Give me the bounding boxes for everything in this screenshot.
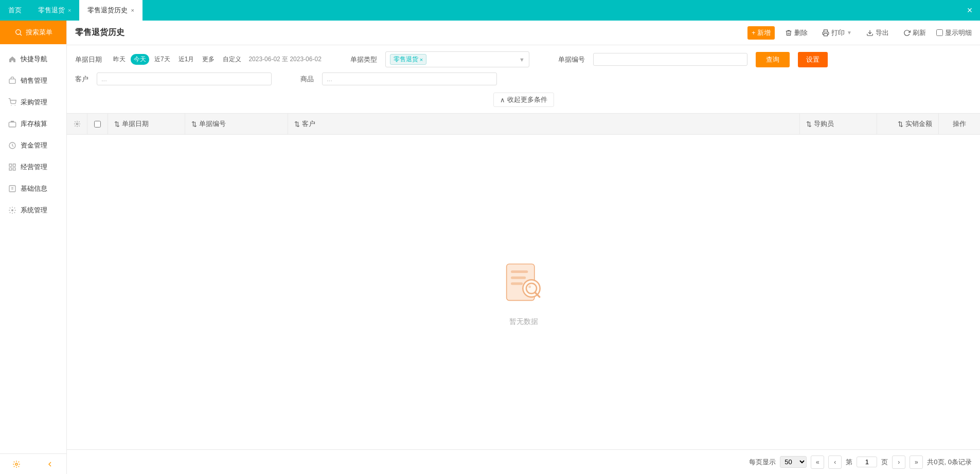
page-input[interactable]	[857, 457, 877, 467]
customer-select[interactable]: ...	[97, 72, 272, 85]
last-page-button[interactable]: »	[910, 455, 923, 469]
table-header: ⇅ 单据日期 ⇅ 单据编号 ⇅ 客户 ⇅ 导购员 ⇅ 实销金额	[67, 114, 980, 135]
delete-icon	[785, 29, 792, 37]
export-button[interactable]: 导出	[862, 26, 893, 40]
select-all-checkbox[interactable]	[94, 121, 101, 127]
th-amount[interactable]: ⇅ 实销金额	[877, 114, 939, 134]
svg-rect-17	[511, 277, 526, 279]
tab-list: 首页 零售退货 × 零售退货历史 ×	[0, 0, 959, 21]
sort-icon-guide: ⇅	[806, 120, 812, 128]
empty-state: 暂无数据	[67, 135, 980, 449]
th-guide[interactable]: ⇅ 导购员	[800, 114, 877, 134]
show-detail-checkbox[interactable]: 显示明细	[936, 28, 972, 38]
add-button[interactable]: + 新增	[747, 26, 775, 40]
sidebar-collapse-button[interactable]	[33, 454, 67, 474]
first-page-button[interactable]: «	[811, 455, 824, 469]
svg-point-22	[528, 285, 531, 288]
tab-retail-return-history[interactable]: 零售退货历史 ×	[79, 0, 142, 21]
th-customer[interactable]: ⇅ 客户	[288, 114, 800, 134]
print-icon	[822, 29, 829, 37]
settings-button[interactable]: 设置	[798, 52, 828, 67]
sidebar-settings-button[interactable]	[0, 454, 33, 474]
tab-retail-return-history-close[interactable]: ×	[131, 7, 134, 13]
filter-area: 单据日期 昨天 今天 近7天 近1月 更多 自定义 2023-06-02 至 2…	[67, 45, 980, 114]
sidebar-item-finance[interactable]: 资金管理	[0, 135, 66, 156]
th-settings[interactable]	[67, 114, 87, 134]
table-area: ⇅ 单据日期 ⇅ 单据编号 ⇅ 客户 ⇅ 导购员 ⇅ 实销金额	[67, 114, 980, 449]
sidebar-item-basic-info[interactable]: 基础信息	[0, 178, 66, 199]
gear-icon	[12, 460, 21, 468]
purchase-icon	[8, 98, 16, 106]
sidebar-search[interactable]: 搜索菜单	[0, 21, 66, 44]
date-opt-today[interactable]: 今天	[131, 54, 149, 65]
main-layout: 搜索菜单 快捷导航 销售管理 采购管理 库存核算 资金管理	[0, 21, 980, 474]
sales-icon	[8, 77, 16, 85]
page-actions: + 新增 删除 打印 ▼ 导出 刷新	[747, 26, 972, 40]
svg-point-10	[11, 209, 13, 211]
svg-point-14	[76, 123, 78, 125]
content-area: 零售退货历史 + 新增 删除 打印 ▼ 导出 刷新	[67, 21, 980, 474]
sidebar-item-sales-mgmt[interactable]: 销售管理	[0, 70, 66, 92]
tab-retail-return-close[interactable]: ×	[68, 7, 71, 13]
sort-icon-docno: ⇅	[191, 120, 197, 128]
th-doc-no[interactable]: ⇅ 单据编号	[185, 114, 288, 134]
svg-rect-5	[9, 122, 15, 127]
svg-point-0	[15, 30, 20, 34]
pagination: 每页显示 102050100 « ‹ 第 页 › » 共0页, 0条记录	[67, 449, 980, 474]
date-range-display: 2023-06-02 至 2023-06-02	[248, 55, 321, 64]
next-page-button[interactable]: ›	[892, 455, 905, 469]
doc-no-input[interactable]	[593, 53, 747, 66]
prev-page-button[interactable]: ‹	[828, 455, 842, 469]
date-options: 昨天 今天 近7天 近1月 更多 自定义 2023-06-02 至 2023-0…	[110, 54, 322, 65]
sidebar-item-purchase-mgmt[interactable]: 采购管理	[0, 92, 66, 113]
doc-type-select[interactable]: 零售退货 × ▼	[385, 51, 529, 67]
date-opt-yesterday[interactable]: 昨天	[110, 54, 129, 65]
collapse-row: ∧ 收起更多条件	[75, 90, 972, 107]
date-opt-custom[interactable]: 自定义	[220, 54, 244, 65]
sort-icon-date: ⇅	[114, 120, 120, 128]
per-page-select[interactable]: 102050100	[780, 456, 807, 468]
sidebar-item-operation[interactable]: 经营管理	[0, 156, 66, 178]
filter-row-2: 客户 ... 商品 ...	[75, 72, 972, 85]
collapse-icon: ∧	[500, 96, 505, 104]
delete-button[interactable]: 删除	[781, 26, 812, 40]
sidebar-footer	[0, 453, 66, 474]
settings-icon	[74, 120, 81, 127]
sidebar-nav: 快捷导航 销售管理 采购管理 库存核算 资金管理 经营管理	[0, 44, 66, 453]
query-button[interactable]: 查询	[756, 52, 790, 67]
inventory-icon	[8, 120, 16, 128]
th-doc-date[interactable]: ⇅ 单据日期	[108, 114, 185, 134]
tab-home[interactable]: 首页	[0, 0, 30, 21]
sidebar-item-system[interactable]: 系统管理	[0, 199, 66, 221]
collapse-button[interactable]: ∧ 收起更多条件	[493, 93, 554, 107]
refresh-button[interactable]: 刷新	[899, 26, 930, 40]
date-opt-last1m[interactable]: 近1月	[175, 54, 198, 65]
tab-retail-return[interactable]: 零售退货 ×	[30, 0, 79, 21]
print-button[interactable]: 打印 ▼	[818, 26, 856, 40]
th-ops: 操作	[939, 114, 980, 134]
goods-label: 商品	[300, 75, 314, 84]
goods-select[interactable]: ...	[322, 72, 497, 85]
date-opt-more[interactable]: 更多	[199, 54, 218, 65]
empty-icon	[498, 258, 549, 309]
customer-label: 客户	[75, 75, 88, 84]
show-detail-input[interactable]	[936, 29, 943, 36]
doc-type-tag: 零售退货 ×	[390, 54, 426, 65]
svg-rect-16	[511, 270, 528, 273]
arrow-left-icon	[46, 460, 54, 468]
customer-placeholder: ...	[101, 75, 107, 83]
window-close-button[interactable]: ×	[959, 0, 980, 21]
th-checkbox[interactable]	[87, 114, 108, 134]
doc-no-label: 单据编号	[558, 55, 585, 64]
svg-point-11	[15, 463, 17, 465]
date-opt-last7[interactable]: 近7天	[151, 54, 173, 65]
sidebar-item-inventory[interactable]: 库存核算	[0, 113, 66, 135]
sidebar-item-quick-nav[interactable]: 快捷导航	[0, 48, 66, 70]
print-arrow[interactable]: ▼	[847, 30, 852, 35]
finance-icon	[8, 141, 16, 150]
doc-date-label: 单据日期	[75, 55, 102, 64]
doc-type-arrow: ▼	[519, 57, 525, 63]
svg-rect-18	[511, 282, 523, 285]
doc-type-tag-close[interactable]: ×	[420, 57, 423, 63]
system-icon	[8, 206, 16, 214]
